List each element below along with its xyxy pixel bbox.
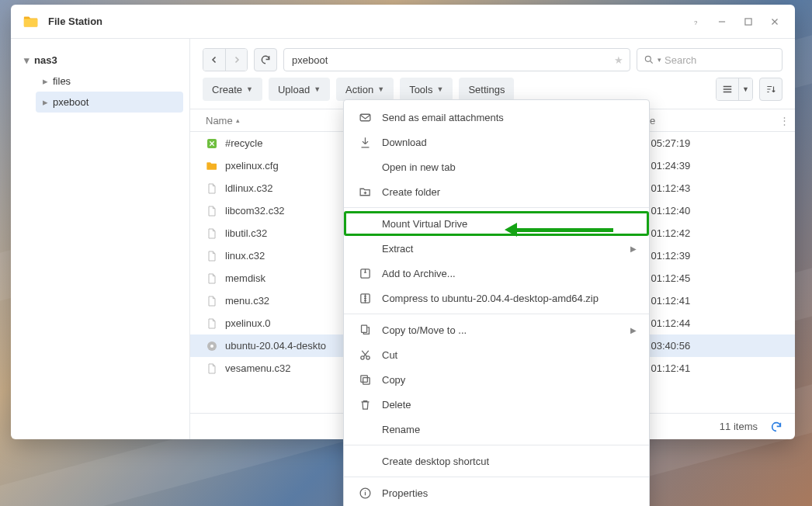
settings-button[interactable]: Settings	[459, 78, 514, 101]
download-icon	[358, 135, 372, 149]
menu-separator	[344, 477, 649, 477]
path-text: pxeboot	[292, 54, 328, 66]
menu-item[interactable]: Rename	[344, 417, 649, 442]
blank-icon	[358, 241, 372, 255]
svg-rect-14	[360, 375, 367, 382]
menu-item-label: Properties	[382, 487, 428, 499]
file-name: menu.c32	[225, 295, 269, 307]
favorite-icon[interactable]: ★	[614, 54, 623, 66]
upload-button[interactable]: Upload▼	[269, 78, 330, 101]
nav-group	[203, 48, 248, 71]
close-button[interactable]	[765, 12, 784, 31]
menu-separator	[344, 445, 649, 445]
menu-item[interactable]: Properties	[344, 480, 649, 505]
menu-item[interactable]: Extract▶	[344, 236, 649, 261]
context-menu: Send as email attachmentsDownloadOpen in…	[343, 99, 650, 506]
menu-item-label: Create folder	[382, 186, 440, 198]
menu-item-label: Cut	[382, 349, 397, 361]
menu-item-label: Send as email attachments	[382, 112, 504, 123]
file-icon	[206, 362, 218, 375]
back-button[interactable]	[203, 49, 225, 71]
menu-item[interactable]: Mount Virtual Drive	[344, 211, 649, 236]
help-button[interactable]: ?	[686, 12, 705, 31]
maximize-button[interactable]	[739, 12, 758, 31]
blank-icon	[358, 454, 372, 468]
tree-root[interactable]: ▾ nas3	[17, 50, 183, 71]
tree-item-pxeboot[interactable]: ▸ pxeboot	[36, 92, 183, 113]
file-name: libcom32.c32	[225, 205, 285, 217]
action-button[interactable]: Action▼	[336, 78, 394, 101]
menu-item[interactable]: Copy to/Move to ...▶	[344, 317, 649, 342]
svg-rect-2	[745, 18, 751, 24]
tree-item-files[interactable]: ▸ files	[36, 71, 183, 92]
svg-rect-10	[361, 325, 366, 332]
menu-item[interactable]: Cut	[344, 342, 649, 367]
menu-item-label: Create desktop shortcut	[382, 456, 489, 467]
item-count: 11 items	[720, 421, 758, 432]
file-icon	[206, 137, 218, 150]
menu-item[interactable]: Create folder	[344, 179, 649, 204]
search-field[interactable]: ▾ Search	[637, 48, 783, 71]
file-name: memdisk	[225, 272, 265, 284]
sort-button[interactable]	[759, 78, 783, 101]
copy2-icon	[358, 373, 372, 386]
status-refresh-button[interactable]	[770, 421, 783, 433]
svg-rect-13	[363, 377, 370, 384]
blank-icon	[358, 422, 372, 436]
file-icon	[206, 317, 218, 330]
search-icon	[644, 54, 654, 65]
tree-item-label: pxeboot	[53, 96, 88, 108]
sort-asc-icon: ▴	[236, 116, 240, 124]
svg-rect-1	[719, 21, 725, 22]
file-name: ldlinux.c32	[225, 182, 272, 194]
view-group: ▼	[716, 78, 753, 101]
svg-text:?: ?	[694, 19, 697, 26]
menu-item-label: Copy to/Move to ...	[382, 324, 467, 336]
menu-item-label: Rename	[382, 424, 420, 435]
chevron-down-icon: ▾	[658, 56, 661, 64]
menu-item-label: Open in new tab	[382, 161, 456, 173]
trash-icon	[358, 397, 372, 411]
sidebar: ▾ nas3 ▸ files ▸ pxeboot	[11, 39, 190, 439]
menu-item[interactable]: Add to Archive...	[344, 261, 649, 286]
cut-icon	[358, 348, 372, 362]
file-name: ubuntu-20.04.4-deskto	[225, 340, 326, 352]
menu-item-label: Extract	[382, 243, 413, 255]
file-name: #recycle	[225, 137, 262, 149]
menu-item[interactable]: Compress to ubuntu-20.04.4-desktop-amd64…	[344, 286, 649, 310]
menu-item[interactable]: Create desktop shortcut	[344, 449, 649, 473]
mail-icon	[358, 110, 372, 124]
svg-point-6	[210, 345, 213, 348]
info-icon	[358, 486, 372, 500]
titlebar: File Station ?	[11, 5, 795, 39]
refresh-button[interactable]	[254, 48, 277, 71]
archive-icon	[358, 266, 372, 280]
create-button[interactable]: Create▼	[203, 78, 262, 101]
file-name: pxelinux.0	[225, 317, 271, 329]
list-view-button[interactable]	[717, 78, 738, 100]
menu-item-label: Mount Virtual Drive	[382, 218, 467, 230]
menu-item-label: Copy	[382, 374, 405, 386]
tree-item-label: files	[53, 75, 71, 87]
menu-item-label: Add to Archive...	[382, 268, 456, 279]
submenu-icon: ▶	[630, 244, 637, 253]
path-field[interactable]: pxeboot ★	[283, 48, 630, 71]
forward-button[interactable]	[225, 49, 247, 71]
minimize-button[interactable]	[713, 12, 731, 31]
tools-button[interactable]: Tools▼	[400, 78, 453, 101]
file-name: vesamenu.c32	[225, 362, 291, 374]
column-menu-button[interactable]: ⋮	[773, 115, 795, 126]
menu-item[interactable]: Open in new tab	[344, 154, 649, 179]
file-name: libutil.c32	[225, 227, 267, 239]
file-icon	[206, 182, 218, 195]
newfolder-icon	[358, 185, 372, 199]
file-icon	[206, 250, 218, 262]
view-dropdown-button[interactable]: ▼	[738, 78, 752, 100]
menu-item-label: Compress to ubuntu-20.04.4-desktop-amd64…	[382, 293, 599, 304]
menu-item[interactable]: Delete	[344, 392, 649, 417]
menu-item-label: Download	[382, 137, 427, 148]
menu-item[interactable]: Download	[344, 130, 649, 154]
menu-item[interactable]: Copy	[344, 367, 649, 392]
menu-item[interactable]: Send as email attachments	[344, 105, 649, 130]
svg-point-3	[645, 56, 651, 61]
